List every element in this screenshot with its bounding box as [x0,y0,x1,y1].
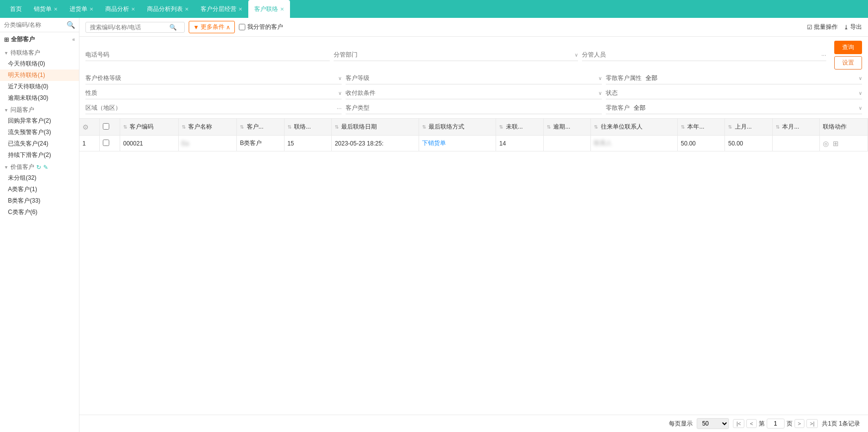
row-contacts: 15 [284,136,331,151]
payment-field[interactable]: 收付款条件 ∨ [346,87,602,99]
search-input[interactable] [90,24,169,31]
nav-home[interactable]: 首页 [4,0,28,18]
gear-icon[interactable]: ⚙ [82,123,89,131]
col-last-date[interactable]: ⇅ 最后联络日期 [332,119,419,136]
sidebar-item-abnormal-repurchase[interactable]: 回购异常客户(2) [0,115,79,127]
sidebar-item-class-c[interactable]: C类客户(6) [0,207,79,218]
settings-button[interactable]: 设置 [834,56,862,70]
status-field[interactable]: 状态 ∨ [606,87,862,99]
more-icon[interactable]: ··· [337,105,342,112]
sort-icon: ⇅ [547,124,551,130]
sidebar-item-churned[interactable]: 已流失客户(24) [0,138,79,149]
col-type[interactable]: ⇅ 客户... [237,119,284,136]
export-button[interactable]: ⤓ 导出 [844,23,862,31]
dept-field[interactable]: 分管部门 ∨ [334,49,578,61]
sidebar-search-box[interactable]: 🔍 [0,18,79,32]
col-overdue[interactable]: ⇅ 逾期... [543,119,590,136]
chevron-down-icon[interactable]: ∨ [338,75,342,81]
select-all-checkbox[interactable] [103,123,109,130]
sidebar-search-input[interactable] [4,21,67,28]
customer-value-field[interactable]: 客户价格等级 ∨ [85,72,342,84]
sidebar-item-today[interactable]: 今天待联络(0) [0,58,79,70]
sidebar-item-tomorrow[interactable]: 明天待联络(1) [0,70,79,81]
chevron-down-icon[interactable]: ∨ [598,75,602,81]
close-icon[interactable]: ✕ [238,6,242,12]
search-box[interactable]: 🔍 [85,22,185,33]
last-contact-method-link[interactable]: 下销货单 [422,140,446,146]
toolbar-right: ☑ 批量操作 ⤓ 导出 [807,23,862,31]
close-icon[interactable]: ✕ [89,6,93,12]
close-icon[interactable]: ✕ [185,6,189,12]
all-customers-header[interactable]: ⊞ 全部客户 « [0,32,79,47]
arrow-down-icon: ▼ [4,165,8,170]
sort-icon: ⇅ [728,124,732,130]
first-page-button[interactable]: |< [733,419,744,428]
page-input[interactable] [767,419,785,429]
search-icon[interactable]: 🔍 [169,24,177,31]
sidebar-item-class-b[interactable]: B类客户(33) [0,195,79,207]
row-this-month [772,136,819,151]
col-last-month[interactable]: ⇅ 上月... [725,119,772,136]
close-icon[interactable]: ✕ [280,6,284,12]
col-contacts[interactable]: ⇅ 联络... [284,119,331,136]
sidebar-item-overdue[interactable]: 逾期未联络(30) [0,92,79,104]
next-page-button[interactable]: > [795,419,804,428]
close-icon[interactable]: ✕ [54,6,58,12]
sidebar-item-ungrouped[interactable]: 未分组(32) [0,172,79,184]
chevron-up-icon: ∧ [226,24,230,31]
collapse-icon[interactable]: « [72,37,75,42]
my-customers-check-input[interactable] [239,24,245,30]
nav-sales-order[interactable]: 销货单 ✕ [28,0,64,18]
sidebar-item-declining[interactable]: 持续下滑客户(2) [0,149,79,161]
sidebar-item-7days[interactable]: 近7天待联络(0) [0,81,79,92]
retail-customer-field[interactable]: 零散客户 全部 ∨ [606,102,862,114]
sort-icon: ⇅ [240,124,244,130]
chevron-down-icon[interactable]: ∨ [859,75,862,81]
area-field[interactable]: 区域（地区） ··· [85,102,342,114]
gender-field[interactable]: 性质 ∨ [85,87,342,99]
close-icon[interactable]: ✕ [131,6,135,12]
nav-customer-contact[interactable]: 客户联络 ✕ [248,0,290,18]
col-last-method[interactable]: ⇅ 最后联络方式 [419,119,496,136]
more-icon[interactable]: ··· [821,52,826,59]
col-this-year[interactable]: ⇅ 本年... [677,119,724,136]
per-page-select[interactable]: 50 100 200 [697,418,729,429]
contact-icon[interactable]: ◎ [823,140,829,147]
filter-row-3: 性质 ∨ 收付款条件 ∨ 状态 ∨ [85,87,862,99]
sidebar-item-class-a[interactable]: A类客户(1) [0,184,79,195]
more-filter-button[interactable]: ▼ 更多条件 ∧ [189,21,235,33]
col-this-month[interactable]: ⇅ 本月... [772,119,819,136]
chevron-down-icon[interactable]: ∨ [338,90,342,96]
retail-attr-field[interactable]: 零散客户属性 全部 ∨ [606,72,862,84]
prev-page-button[interactable]: < [746,419,756,428]
col-code[interactable]: ⇅ 客户编码 [120,119,178,136]
last-page-button[interactable]: >| [806,419,818,428]
refresh-icon[interactable]: ↻ [36,164,41,171]
nav-purchase-order[interactable]: 进货单 ✕ [64,0,99,18]
col-name[interactable]: ⇅ 客户名称 [178,119,237,136]
sidebar-item-churn-warning[interactable]: 流失预警客户(3) [0,127,79,138]
customer-type-field[interactable]: 客户类型 [346,102,602,114]
nav-product-analysis[interactable]: 商品分析 ✕ [99,0,141,18]
chevron-down-icon[interactable]: ∨ [598,90,602,96]
batch-op-button[interactable]: ☑ 批量操作 [807,23,838,31]
col-unit-contacts[interactable]: ⇅ 往来单位联系人 [591,119,678,136]
edit-icon[interactable]: ✎ [43,164,48,171]
nav-product-analysis-list[interactable]: 商品分析列表 ✕ [141,0,195,18]
sidebar: 🔍 ⊞ 全部客户 « ▼ 待联络客户 今天待联络(0) 明天待联络(1) 近7天… [0,18,79,432]
customer-grade-field[interactable]: 客户等级 ∨ [346,72,602,84]
query-button[interactable]: 查询 [834,41,862,54]
chevron-down-icon[interactable]: ∨ [859,90,862,96]
chevron-down-icon[interactable]: ∨ [575,52,578,58]
search-icon[interactable]: 🔍 [67,21,75,29]
row-select-checkbox[interactable] [103,140,109,146]
col-not-contacted[interactable]: ⇅ 未联... [496,119,543,136]
nav-customer-layering[interactable]: 客户分层经营 ✕ [195,0,248,18]
chevron-down-icon[interactable]: ∨ [859,105,862,111]
my-customers-checkbox[interactable]: 我分管的客户 [239,23,283,31]
more-action-icon[interactable]: ⊞ [833,140,839,147]
row-last-method[interactable]: 下销货单 [419,136,496,151]
row-type: B类客户 [237,136,284,151]
main-layout: 🔍 ⊞ 全部客户 « ▼ 待联络客户 今天待联络(0) 明天待联络(1) 近7天… [0,18,868,432]
person-field[interactable]: 分管人员 ··· [582,49,826,61]
